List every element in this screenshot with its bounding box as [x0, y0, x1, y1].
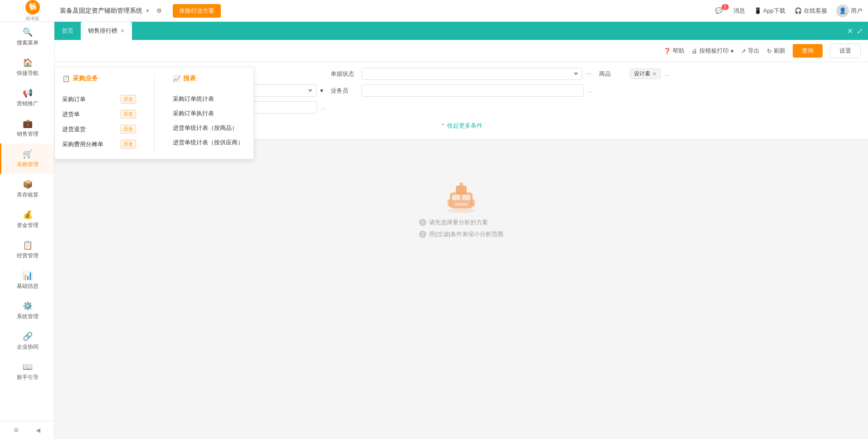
purchase-dropdown-menu: 📋 采购业务 采购订单 历史 进货单 历史 进货退货 历史 [54, 67, 254, 159]
logo-text: 标准版 [26, 15, 39, 22]
sidebar-item-quick-nav[interactable]: 🏠 快捷导航 [0, 52, 54, 83]
sidebar-item-guide[interactable]: 📖 新手引导 [0, 356, 54, 387]
goods-tag-close[interactable]: ✕ [652, 71, 657, 77]
empty-step-1: 1 请先选择要分析的方案 [419, 218, 503, 227]
step1-num: 1 [419, 219, 426, 226]
sidebar-item-label: 采购管理 [17, 161, 39, 168]
enterprise-icon: 🔗 [23, 331, 33, 341]
sidebar-item-finance[interactable]: 💰 资金管理 [0, 204, 54, 235]
filter-salesman: 业务员 ... [331, 84, 592, 97]
step1-text: 请先选择要分析的方案 [429, 218, 488, 227]
svg-rect-2 [452, 195, 460, 200]
help-label: 帮助 [673, 47, 684, 55]
industry-button[interactable]: 体验行业方案 [173, 4, 221, 18]
menu-item-receive-stats-supplier[interactable]: 进货单统计表（按供应商） [173, 135, 247, 150]
svg-point-6 [459, 183, 463, 186]
sidebar-item-inventory[interactable]: 📦 库存核算 [0, 174, 54, 204]
print-action[interactable]: 🖨 按模板打印 ▾ [692, 47, 734, 55]
sidebar-item-basic-info[interactable]: 📊 基础信息 [0, 265, 54, 296]
settings-button[interactable]: 设置 [830, 44, 861, 58]
refresh-action[interactable]: ↻ 刷新 [767, 47, 785, 55]
menu-item-purchase-expense[interactable]: 采购费用分摊单 历史 [62, 137, 136, 152]
voucher-status-select[interactable] [361, 68, 583, 80]
filter-voucher-status: 单据状态 ⋯ [331, 68, 592, 80]
help-action[interactable]: ❓ 帮助 [663, 47, 684, 55]
messages-action[interactable]: 💬 5 消息 [715, 7, 745, 15]
query-button[interactable]: 查询 [793, 44, 823, 58]
tab-maximize-icon[interactable]: ⤢ [857, 27, 863, 35]
report-section-icon: 📈 [173, 75, 180, 82]
online-service-action[interactable]: 🎧 在线客服 [795, 7, 827, 15]
tab-bar-actions: ✕ ⤢ [847, 27, 868, 35]
menu-divider [154, 74, 155, 152]
goods-label: 商品 [599, 70, 626, 78]
voucher-status-more[interactable]: ⋯ [586, 70, 592, 77]
sidebar-item-label: 搜索菜单 [17, 39, 39, 47]
sidebar-item-label: 营销推广 [17, 100, 39, 108]
salesman-input[interactable] [361, 84, 584, 97]
search-icon: 🔍 [23, 27, 33, 37]
history-tag-3: 历史 [121, 140, 136, 148]
sidebar-item-sales[interactable]: 💼 销售管理 [0, 113, 54, 143]
system-dropdown-icon[interactable]: ▾ [146, 7, 149, 14]
top-header: 畅 标准版 装备及固定资产辅助管理系统 ▾ ⚙ 体验行业方案 💬 5 消息 📱 … [0, 0, 868, 22]
tab-close-all-icon[interactable]: ✕ [847, 27, 853, 35]
sidebar-settings-btn[interactable]: ⚙ [14, 427, 19, 434]
step2-num: 2 [419, 231, 426, 238]
sidebar-collapse-btn[interactable]: ◀ [36, 427, 40, 434]
user-action[interactable]: 👤 用户 [836, 5, 863, 17]
goods-more[interactable]: ... [664, 70, 669, 77]
tab-sales-rank[interactable]: 销售排行榜 ✕ [81, 22, 132, 40]
tab-sales-rank-label: 销售排行榜 [88, 27, 117, 35]
system-icon: ⚙️ [23, 301, 33, 311]
sidebar-item-search[interactable]: 🔍 搜索菜单 [0, 22, 54, 52]
svg-point-0 [448, 208, 475, 213]
page-toolbar: ❓ 帮助 🖨 按模板打印 ▾ ↗ 导出 ↻ 刷新 查询 设置 [54, 40, 868, 62]
report-section: 📈 报表 采购订单统计表 采购订单执行表 进货单统计表（按商品） 进货单统计表（… [173, 74, 247, 152]
sidebar-item-system[interactable]: ⚙️ 系统管理 [0, 296, 54, 326]
voucher-status-label: 单据状态 [331, 70, 358, 78]
tab-close-icon[interactable]: ✕ [120, 28, 125, 34]
app-download-label: App下载 [763, 7, 785, 15]
menu-item-order-stats[interactable]: 采购订单统计表 [173, 92, 247, 106]
system-title-area: 装备及固定资产辅助管理系统 ▾ ⚙ 体验行业方案 [60, 4, 715, 18]
messages-badge: 5 [722, 4, 729, 10]
report-section-title: 📈 报表 [173, 74, 247, 86]
empty-steps: 1 请先选择要分析的方案 2 用[过滤]条件来缩小分析范围 [419, 218, 503, 238]
purchase-section: 📋 采购业务 采购订单 历史 进货单 历史 进货退货 历史 [62, 74, 136, 152]
print-dropdown-icon[interactable]: ▾ [731, 48, 734, 54]
main-layout: 🔍 搜索菜单 🏠 快捷导航 📢 营销推广 💼 销售管理 🛒 采购管理 📦 库存核… [0, 22, 868, 439]
menu-item-purchase-receive[interactable]: 进货单 历史 [62, 107, 136, 122]
export-label: 导出 [748, 47, 760, 55]
salesman-more[interactable]: ... [587, 87, 592, 94]
sidebar-item-enterprise[interactable]: 🔗 企业协同 [0, 326, 54, 356]
sidebar-item-operations[interactable]: 📋 经营管理 [0, 235, 54, 265]
customer-more[interactable]: ... [321, 104, 326, 111]
app-download-action[interactable]: 📱 App下载 [754, 7, 785, 15]
menu-item-purchase-return[interactable]: 进货退货 历史 [62, 122, 136, 137]
system-title: 装备及固定资产辅助管理系统 [60, 7, 142, 15]
sidebar-item-purchase[interactable]: 🛒 采购管理 [0, 143, 54, 174]
sidebar-item-label: 资金管理 [17, 222, 39, 229]
sidebar-item-label: 基础信息 [17, 282, 39, 290]
headset-icon: 🎧 [795, 7, 802, 14]
sidebar-item-label: 经营管理 [17, 252, 39, 260]
empty-state: 1 请先选择要分析的方案 2 用[过滤]条件来缩小分析范围 [54, 139, 868, 276]
help-icon: ❓ [663, 48, 671, 54]
tab-home-label: 首页 [62, 27, 73, 35]
content-area: 首页 销售排行榜 ✕ ✕ ⤢ ❓ 帮助 🖨 按模板打印 [54, 22, 868, 439]
export-action[interactable]: ↗ 导出 [741, 47, 760, 55]
step2-text: 用[过滤]条件来缩小分析范围 [429, 230, 503, 238]
menu-item-receive-stats-goods[interactable]: 进货单统计表（按商品） [173, 121, 247, 135]
sidebar-item-marketing[interactable]: 📢 营销推广 [0, 83, 54, 113]
collapse-label: 收起更多条件 [447, 122, 483, 130]
menu-item-order-exec[interactable]: 采购订单执行表 [173, 106, 247, 121]
tab-home[interactable]: 首页 [54, 22, 81, 40]
settings-icon[interactable]: ⚙ [153, 5, 166, 17]
purchase-icon: 🛒 [23, 149, 33, 159]
svg-rect-7 [448, 199, 451, 207]
rank-dropdown-icon[interactable]: ▾ [320, 87, 323, 94]
sidebar-bottom: ⚙ ◀ [0, 421, 54, 439]
menu-item-purchase-order[interactable]: 采购订单 历史 [62, 92, 136, 107]
sidebar-item-label: 系统管理 [17, 313, 39, 321]
